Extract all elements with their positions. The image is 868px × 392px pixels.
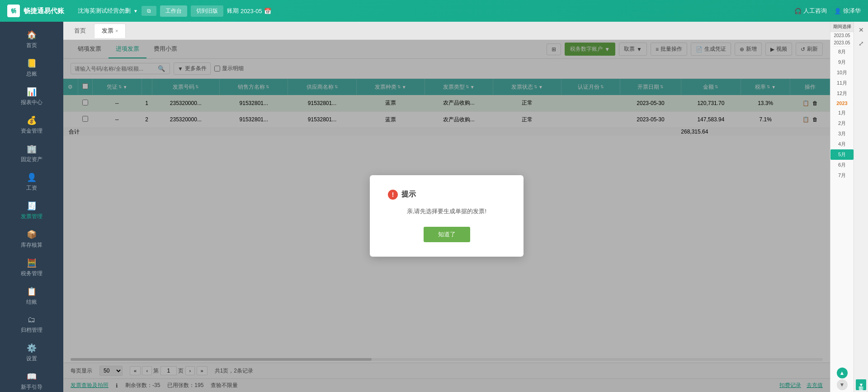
sidebar-label-assets: 固定资产 — [21, 156, 42, 163]
top-header: 畅 畅捷通易代账 沈海英测试经营勿删 ▼ ⧉ 工作台 切到旧版 账期 2023-… — [0, 0, 868, 22]
company-chevron-icon: ▼ — [133, 9, 138, 14]
dialog-confirm-button[interactable]: 知道了 — [424, 227, 470, 242]
user-area[interactable]: 👤 徐泽华 — [834, 7, 861, 15]
sidebar-item-tax[interactable]: 🧮 税务管理 — [0, 253, 63, 282]
alert-dialog: ! 提示 亲,请先选择要生成单据的发票! 知道了 — [370, 175, 524, 257]
service-button[interactable]: 🎧 人工咨询 — [794, 7, 827, 15]
tab-close-icon[interactable]: × — [115, 28, 118, 33]
tax-icon: 🧮 — [27, 258, 37, 268]
page-content: 销项发票 进项发票 费用小票 ⊞ 税务数字账户 ▼ — [63, 40, 830, 392]
sidebar-item-assets[interactable]: 🏢 固定资产 — [0, 139, 63, 168]
dialog-overlay: ! 提示 亲,请先选择要生成单据的发票! 知道了 — [63, 40, 830, 392]
sidebar-item-close[interactable]: 📋 结账 — [0, 282, 63, 311]
company-name: 沈海英测试经营勿删 — [78, 7, 131, 15]
period-year-marker[interactable]: 2023 — [830, 99, 854, 108]
period-info: 账期 2023-05 📅 — [227, 7, 271, 15]
headset-icon: 🎧 — [794, 8, 802, 14]
period-header: 期间选择 — [830, 22, 854, 32]
sidebar-item-reports[interactable]: 📊 报表中心 — [0, 82, 63, 111]
sidebar-label-invoice: 发票管理 — [21, 213, 42, 220]
copy-icon-btn[interactable]: ⧉ — [142, 6, 156, 16]
assets-icon: 🏢 — [27, 144, 37, 154]
period-month-1[interactable]: 1月 — [830, 108, 854, 118]
calendar-icon[interactable]: 📅 — [264, 8, 271, 14]
sidebar-label-guide: 新手引导 — [21, 383, 42, 391]
close-right-panel-button[interactable]: ✕ — [855, 24, 868, 36]
period-month-7[interactable]: 7月 — [830, 170, 854, 181]
sidebar-label-reports: 报表中心 — [21, 99, 42, 106]
period-year-2023: 2023.05 — [833, 32, 851, 39]
sidebar-item-ledger[interactable]: 📒 总账 — [0, 54, 63, 82]
guide-icon: 📖 — [27, 372, 37, 382]
sidebar-item-salary[interactable]: 👤 工资 — [0, 168, 63, 196]
tab-home-label: 首页 — [74, 27, 86, 35]
period-month-9[interactable]: 9月 — [830, 57, 854, 67]
period-month-5[interactable]: 5月 — [830, 149, 854, 160]
sidebar-item-home[interactable]: 🏠 首页 — [0, 25, 63, 54]
period-month-8[interactable]: 8月 — [830, 47, 854, 57]
period-down-icon[interactable]: ▼ — [837, 379, 848, 390]
sidebar-item-invoice[interactable]: 🧾 发票管理 — [0, 196, 63, 225]
invoice-icon: 🧾 — [27, 201, 37, 211]
sidebar-label-funds: 资金管理 — [21, 127, 42, 135]
inventory-icon: 📦 — [27, 229, 37, 239]
dialog-title-area: ! 提示 — [388, 190, 416, 200]
close-period-icon: 📋 — [27, 287, 37, 296]
period-month-3[interactable]: 3月 — [830, 129, 854, 139]
ledger-icon: 📒 — [27, 58, 37, 68]
sidebar-item-funds[interactable]: 💰 资金管理 — [0, 111, 63, 139]
tab-home[interactable]: 首页 — [67, 24, 93, 38]
period-up-icon[interactable]: ▲ — [837, 368, 848, 378]
tab-invoice[interactable]: 发票 × — [94, 24, 126, 38]
sidebar-label-ledger: 总账 — [26, 70, 37, 78]
period-month-6[interactable]: 6月 — [830, 160, 854, 170]
period-label: 账期 — [227, 7, 239, 15]
home-icon: 🏠 — [27, 30, 37, 40]
expand-right-panel-button[interactable]: ⤢ — [855, 37, 868, 50]
username: 徐泽华 — [843, 7, 861, 15]
dialog-title-text: 提示 — [401, 190, 416, 199]
period-month-12[interactable]: 12月 — [830, 88, 854, 99]
sidebar-item-settings[interactable]: ⚙️ 设置 — [0, 339, 63, 367]
sidebar-label-salary: 工资 — [26, 184, 37, 192]
logo-area: 畅 畅捷通易代账 — [7, 5, 71, 17]
service-label: 人工咨询 — [803, 7, 827, 15]
period-panel: 期间选择 2023.05 2023.05 8月 9月 10月 11月 12月 2… — [830, 22, 854, 392]
archive-icon: 🗂 — [28, 315, 36, 325]
main-layout: 🏠 首页 📒 总账 📊 报表中心 💰 资金管理 🏢 固定资产 👤 工资 🧾 发票… — [0, 22, 868, 392]
period-value: 2023-05 — [241, 8, 262, 14]
sidebar-label-tax: 税务管理 — [21, 270, 42, 277]
period-month-10[interactable]: 10月 — [830, 67, 854, 78]
dialog-message: 亲,请先选择要生成单据的发票! — [407, 207, 486, 216]
sidebar-label-archive: 归档管理 — [21, 326, 42, 334]
period-month-2[interactable]: 2月 — [830, 118, 854, 129]
quick-period-button[interactable]: 常期▼ — [856, 379, 866, 390]
app-logo-icon: 畅 — [7, 5, 20, 17]
switch-version-button[interactable]: 切到旧版 — [191, 5, 223, 17]
sidebar-label-inventory: 库存核算 — [21, 241, 42, 249]
sidebar-item-inventory[interactable]: 📦 库存核算 — [0, 225, 63, 253]
settings-icon: ⚙️ — [27, 343, 37, 353]
app-name: 畅捷通易代账 — [24, 7, 64, 15]
funds-icon: 💰 — [27, 115, 37, 125]
sidebar-label-home: 首页 — [26, 42, 37, 49]
sidebar-item-guide[interactable]: 📖 新手引导 — [0, 367, 63, 392]
period-year-2023b: 2023.05 — [833, 39, 851, 47]
period-month-11[interactable]: 11月 — [830, 78, 854, 88]
salary-icon: 👤 — [27, 172, 37, 182]
sidebar-item-archive[interactable]: 🗂 归档管理 — [0, 311, 63, 339]
reports-icon: 📊 — [27, 87, 37, 97]
tab-invoice-label: 发票 — [102, 27, 113, 35]
right-panel-bottom: 常期▼ — [856, 379, 866, 390]
header-right: 🎧 人工咨询 👤 徐泽华 — [794, 7, 861, 15]
sidebar-label-close: 结账 — [26, 298, 37, 306]
tab-bar: 首页 发票 × — [63, 22, 830, 40]
workspace-button[interactable]: 工作台 — [160, 5, 187, 17]
content-area: 首页 发票 × 销项发票 进项发票 费用小票 — [63, 22, 830, 392]
period-month-4[interactable]: 4月 — [830, 139, 854, 149]
period-header-line1: 期间选择 — [831, 24, 853, 30]
company-selector[interactable]: 沈海英测试经营勿删 ▼ — [78, 7, 138, 15]
user-icon: 👤 — [834, 8, 841, 14]
sidebar: 🏠 首页 📒 总账 📊 报表中心 💰 资金管理 🏢 固定资产 👤 工资 🧾 发票… — [0, 22, 63, 392]
sidebar-label-settings: 设置 — [26, 355, 37, 363]
